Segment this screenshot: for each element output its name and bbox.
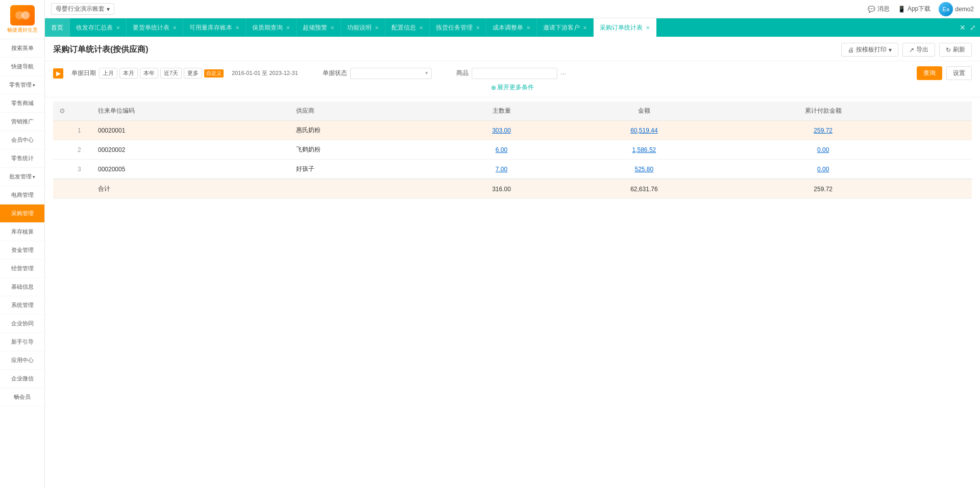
- row-paid-amount[interactable]: 0.00: [724, 160, 922, 179]
- row-quantity[interactable]: 303.00: [439, 121, 565, 140]
- tab-order-stats[interactable]: 要货单统计表✕: [127, 18, 183, 37]
- sidebar-item-ecommerce[interactable]: 电商管理: [0, 186, 44, 204]
- date-range-display: 2016-01-01 至 2023-12-31: [232, 69, 298, 77]
- tab-function-desc[interactable]: 功能说明✕: [341, 18, 385, 37]
- sidebar-item-wholesale[interactable]: 批发管理▾: [0, 168, 44, 186]
- tab-close-icon[interactable]: ✕: [375, 25, 379, 31]
- close-tab-btn[interactable]: ✕: [960, 23, 966, 32]
- settings-filter-btn[interactable]: 设置: [946, 66, 972, 80]
- sidebar-item-basic-info[interactable]: 基础信息: [0, 278, 44, 296]
- row-amount[interactable]: 1,586.52: [564, 140, 724, 160]
- sidebar-item-vip-member[interactable]: 畅会员: [0, 388, 44, 406]
- tab-pick-task[interactable]: 拣货任务管理✕: [430, 18, 486, 37]
- tab-label: 可用量库存账本: [189, 23, 232, 32]
- sidebar-item-quick-nav[interactable]: 快捷导航: [0, 58, 44, 76]
- sidebar-item-new-guide[interactable]: 新手引导: [0, 333, 44, 351]
- table-row: 1 00020001 惠氏奶粉 303.00 60,519.44 259.72: [53, 121, 972, 140]
- tab-close-icon[interactable]: ✕: [116, 25, 120, 31]
- tab-close-icon[interactable]: ✕: [526, 25, 530, 31]
- tab-close-icon[interactable]: ✕: [646, 25, 650, 31]
- row-quantity[interactable]: 7.00: [439, 160, 565, 179]
- row-paid-amount[interactable]: 259.72: [724, 121, 922, 140]
- tab-overstock-warning[interactable]: 超储预警✕: [297, 18, 341, 37]
- supplier-column-header: 供应商: [290, 101, 438, 121]
- sidebar-item-retail[interactable]: 零售管理▾: [0, 76, 44, 94]
- tab-close-icon[interactable]: ✕: [173, 25, 177, 31]
- goods-input[interactable]: [472, 68, 557, 79]
- tab-label: 功能说明: [347, 23, 372, 32]
- sidebar-item-operations[interactable]: 经营管理: [0, 260, 44, 278]
- tab-purchase-stats[interactable]: 采购订单统计表✕: [594, 18, 656, 37]
- tab-close-icon[interactable]: ✕: [476, 25, 480, 31]
- chevron-down-icon: ▾: [33, 174, 35, 179]
- row-unit-code: 00020002: [92, 140, 290, 160]
- sidebar-item-app-center[interactable]: 应用中心: [0, 351, 44, 370]
- sidebar-item-retail-stats[interactable]: 零售统计: [0, 149, 44, 168]
- footer-label: 合计: [92, 179, 290, 199]
- tab-close-icon[interactable]: ✕: [583, 25, 587, 31]
- seq-column-header: [71, 101, 92, 121]
- sidebar-item-purchase[interactable]: 采购管理: [0, 204, 44, 223]
- export-btn[interactable]: ↗ 导出: [902, 43, 935, 57]
- tab-expiry-query[interactable]: 保质期查询✕: [246, 18, 297, 37]
- sidebar-item-label: 基础信息: [11, 284, 34, 290]
- sidebar-item-retail-mall[interactable]: 零售商城: [0, 94, 44, 113]
- sidebar-item-marketing[interactable]: 营销推广: [0, 113, 44, 131]
- sidebar-item-enterprise-coop[interactable]: 企业协同: [0, 315, 44, 333]
- tab-label: 成本调整单: [493, 23, 523, 32]
- 7days-btn[interactable]: 近7天: [160, 68, 182, 79]
- user-profile[interactable]: Ea demo2: [939, 2, 974, 16]
- filter-area: ▶ 单据日期 上月 本月 本年 近7天 更多 自定义 2016-01-01 至 …: [45, 61, 980, 97]
- row-paid-amount[interactable]: 0.00: [724, 140, 922, 160]
- sidebar-item-membership[interactable]: 会员中心: [0, 131, 44, 149]
- tab-cost-adjust[interactable]: 成本调整单✕: [486, 18, 537, 37]
- app-download-btn[interactable]: 📱 App下载: [898, 5, 930, 13]
- query-btn[interactable]: 查询: [917, 66, 942, 80]
- row-quantity[interactable]: 6.00: [439, 140, 565, 160]
- filter-row-1: ▶ 单据日期 上月 本月 本年 近7天 更多 自定义 2016-01-01 至 …: [53, 66, 972, 80]
- tab-receipt-summary[interactable]: 收发存汇总表✕: [70, 18, 127, 37]
- nav-tabs: 首页收发存汇总表✕要货单统计表✕可用量库存账本✕保质期查询✕超储预警✕功能说明✕…: [45, 18, 980, 37]
- topbar: 母婴行业演示账套 ▾ 💬 消息 📱 App下载 Ea demo2: [45, 0, 980, 18]
- refresh-btn[interactable]: ↻ 刷新: [939, 43, 972, 57]
- footer-empty-4: [922, 179, 972, 199]
- sidebar-item-system[interactable]: 系统管理: [0, 296, 44, 315]
- status-select[interactable]: [350, 68, 432, 79]
- more-filters-icon[interactable]: ···: [560, 69, 567, 78]
- tab-inventory-ledger[interactable]: 可用量库存账本✕: [183, 18, 246, 37]
- row-amount[interactable]: 525.80: [564, 160, 724, 179]
- expand-btn[interactable]: ⊕ 展开更多条件: [491, 83, 534, 92]
- tab-invite-downstream[interactable]: 邀请下游客户✕: [537, 18, 594, 37]
- prev-month-btn[interactable]: 上月: [99, 68, 117, 79]
- more-date-btn[interactable]: 更多: [184, 68, 202, 79]
- sidebar-item-label: 零售统计: [11, 155, 34, 161]
- row-settings: [53, 121, 71, 140]
- print-btn[interactable]: 🖨 按模板打印 ▾: [841, 43, 898, 57]
- sidebar-item-enterprise-wechat[interactable]: 企业微信: [0, 370, 44, 388]
- tab-close-icon[interactable]: ✕: [330, 25, 334, 31]
- sidebar-item-label: 库存核算: [11, 228, 34, 235]
- column-settings-icon[interactable]: ⚙: [59, 107, 65, 115]
- sidebar-item-inventory[interactable]: 库存核算: [0, 223, 44, 241]
- tab-config-info[interactable]: 配置信息✕: [385, 18, 430, 37]
- tab-close-icon[interactable]: ✕: [286, 25, 290, 31]
- current-year-btn[interactable]: 本年: [140, 68, 158, 79]
- quantity-column-header: 主数量: [439, 101, 565, 121]
- nav-tabs-actions: ✕⤢: [955, 23, 980, 32]
- date-quick-buttons: 上月 本月 本年 近7天 更多 自定义: [99, 68, 224, 79]
- workspace-selector[interactable]: 母婴行业演示账套 ▾: [51, 3, 114, 15]
- sidebar-item-finance[interactable]: 资金管理: [0, 241, 44, 260]
- amount-column-header: 金额: [564, 101, 724, 121]
- current-month-btn[interactable]: 本月: [119, 68, 138, 79]
- tab-close-icon[interactable]: ✕: [235, 25, 239, 31]
- message-btn[interactable]: 💬 消息: [868, 5, 890, 13]
- row-amount[interactable]: 60,519.44: [564, 121, 724, 140]
- filter-toggle[interactable]: ▶: [53, 68, 63, 79]
- table-body: 1 00020001 惠氏奶粉 303.00 60,519.44 259.72 …: [53, 121, 972, 179]
- tab-home[interactable]: 首页: [45, 18, 70, 37]
- tab-label: 采购订单统计表: [600, 23, 643, 32]
- footer-empty-3: [290, 179, 438, 199]
- sidebar-item-search[interactable]: 搜索英单: [0, 39, 44, 58]
- tab-close-icon[interactable]: ✕: [419, 25, 423, 31]
- maximize-tab-btn[interactable]: ⤢: [970, 23, 976, 32]
